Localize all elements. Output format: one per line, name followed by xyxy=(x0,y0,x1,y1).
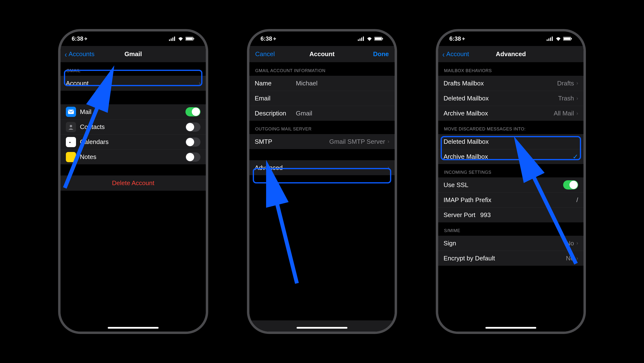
chevron-right-icon: › xyxy=(199,80,200,86)
nav-bar: ‹ Accounts Gmail xyxy=(60,46,206,62)
wifi-icon xyxy=(178,36,184,41)
cell-signal-icon xyxy=(358,36,364,41)
cell-signal-icon xyxy=(547,36,554,41)
archive-value: All Mail xyxy=(554,110,574,117)
chevron-left-icon: ‹ xyxy=(442,50,444,58)
archive-row[interactable]: Archive Mailbox All Mail› xyxy=(438,106,584,121)
phone-account-detail: 6:38 ✈︎ Cancel Account Done xyxy=(247,29,397,334)
archive-label: Archive Mailbox xyxy=(444,110,488,117)
notch xyxy=(99,31,167,42)
port-label: Server Port xyxy=(444,211,476,219)
svg-rect-23 xyxy=(564,37,570,40)
discard-deleted-label: Deleted Mailbox xyxy=(444,138,488,145)
name-row[interactable]: Name Michael xyxy=(249,76,395,91)
done-button[interactable]: Done xyxy=(373,50,389,58)
home-indicator[interactable] xyxy=(486,327,536,329)
wifi-icon xyxy=(556,36,561,41)
notes-toggle[interactable] xyxy=(186,152,200,162)
status-time: 6:38 xyxy=(72,35,83,42)
svg-rect-19 xyxy=(548,38,549,41)
service-mail-row[interactable]: Mail xyxy=(60,104,206,119)
smtp-value: Gmail SMTP Server xyxy=(329,138,385,145)
imap-row[interactable]: IMAP Path Prefix / xyxy=(438,192,584,207)
location-icon: ✈︎ xyxy=(462,36,465,41)
calendars-toggle[interactable] xyxy=(186,137,200,147)
name-label: Name xyxy=(255,80,296,87)
chevron-right-icon: › xyxy=(388,138,389,145)
wifi-icon xyxy=(366,36,372,41)
phone-gmail-settings: 6:38 ✈︎ ‹ Accounts Gmail GMAIL xyxy=(58,29,208,334)
cancel-button[interactable]: Cancel xyxy=(255,50,275,58)
status-time: 6:38 xyxy=(449,35,461,42)
svg-rect-10 xyxy=(358,39,359,41)
svg-rect-20 xyxy=(550,37,551,41)
svg-rect-3 xyxy=(174,36,175,41)
chevron-right-icon: › xyxy=(576,80,578,86)
svg-rect-5 xyxy=(186,37,193,40)
ssl-toggle[interactable] xyxy=(563,180,578,189)
section-header-behaviors: MAILBOX BEHAVIORS xyxy=(438,62,584,76)
deleted-row[interactable]: Deleted Mailbox Trash› xyxy=(438,91,584,106)
port-value: 993 xyxy=(480,211,491,219)
svg-rect-7 xyxy=(68,110,74,114)
svg-rect-6 xyxy=(194,38,194,39)
discard-archive-row[interactable]: Archive Mailbox ✓ xyxy=(438,149,584,164)
check-icon: ✓ xyxy=(572,153,578,161)
mail-icon xyxy=(66,107,76,117)
battery-icon xyxy=(186,36,195,41)
smtp-row[interactable]: SMTP Gmail SMTP Server› xyxy=(249,134,395,149)
description-row[interactable]: Description Gmail xyxy=(249,106,395,121)
svg-rect-15 xyxy=(375,37,382,40)
email-label: Email xyxy=(255,95,296,102)
back-button[interactable]: ‹ Account xyxy=(442,50,469,58)
svg-rect-12 xyxy=(361,37,362,41)
section-header-incoming: INCOMING SETTINGS xyxy=(438,164,584,177)
discard-deleted-row[interactable]: Deleted Mailbox xyxy=(438,134,584,149)
encrypt-row[interactable]: Encrypt by Default No› xyxy=(438,251,584,266)
back-button[interactable]: ‹ Accounts xyxy=(64,50,94,58)
status-time: 6:38 xyxy=(260,35,272,42)
svg-point-8 xyxy=(70,125,72,127)
imap-label: IMAP Path Prefix xyxy=(444,196,492,204)
delete-account-button[interactable]: Delete Account xyxy=(60,175,206,191)
drafts-label: Drafts Mailbox xyxy=(444,80,484,87)
notch xyxy=(477,31,545,42)
phone-advanced: 6:38 ✈︎ ‹ Account Advanced MAILB xyxy=(436,29,586,334)
svg-rect-24 xyxy=(571,38,572,39)
svg-rect-2 xyxy=(172,37,173,41)
account-row[interactable]: Account › xyxy=(60,76,206,91)
ssl-row[interactable]: Use SSL xyxy=(438,177,584,192)
account-label: Account xyxy=(66,80,88,87)
contacts-icon xyxy=(66,122,76,132)
back-label: Accounts xyxy=(68,50,94,58)
nav-title: Advanced xyxy=(496,50,526,58)
section-header-gmail: GMAIL xyxy=(60,62,206,76)
chevron-right-icon: › xyxy=(576,95,578,102)
name-value: Michael xyxy=(296,80,318,87)
chevron-right-icon: › xyxy=(388,165,389,171)
smtp-label: SMTP xyxy=(255,138,272,145)
email-row[interactable]: Email xyxy=(249,91,395,106)
battery-icon xyxy=(563,36,572,41)
deleted-value: Trash xyxy=(558,95,574,102)
svg-rect-21 xyxy=(552,36,553,41)
drafts-row[interactable]: Drafts Mailbox Drafts› xyxy=(438,76,584,91)
nav-bar: Cancel Account Done xyxy=(249,46,395,62)
back-label: Account xyxy=(446,50,469,58)
desc-value: Gmail xyxy=(296,110,312,117)
location-icon: ✈︎ xyxy=(84,36,88,41)
drafts-value: Drafts xyxy=(557,80,574,87)
notch xyxy=(288,31,356,42)
section-header-discard: MOVE DISCARDED MESSAGES INTO: xyxy=(438,121,584,134)
mail-toggle[interactable] xyxy=(186,107,200,116)
discard-archive-label: Archive Mailbox xyxy=(444,153,488,160)
home-indicator[interactable] xyxy=(296,327,348,329)
svg-rect-13 xyxy=(363,36,364,41)
desc-label: Description xyxy=(255,110,296,117)
chevron-right-icon: › xyxy=(576,240,578,246)
contacts-toggle[interactable] xyxy=(186,122,200,132)
cell-signal-icon xyxy=(169,36,176,41)
home-indicator[interactable] xyxy=(108,327,158,329)
advanced-row[interactable]: Advanced › xyxy=(249,160,395,175)
svg-rect-1 xyxy=(171,38,172,41)
